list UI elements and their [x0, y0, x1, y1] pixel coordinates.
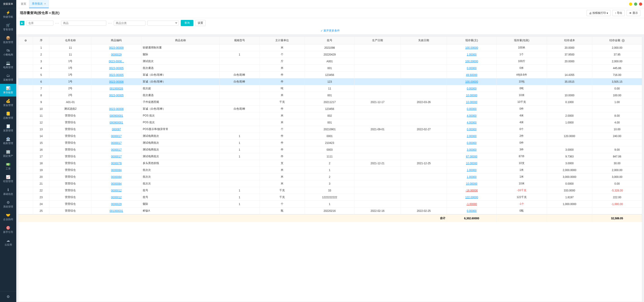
- table-row: 15 营营综仓 0000017 测试电商批次 1 件 210423 0.0000…: [18, 139, 642, 146]
- category-select[interactable]: [147, 21, 179, 26]
- table-row: 24 营营综仓 0000029 鬓际 1 个 1 -1.00000 -1个 1,…: [18, 201, 642, 208]
- tab-home[interactable]: 首页: [18, 0, 29, 8]
- row-qty-main: 3.00000: [447, 146, 496, 153]
- sidebar-item-guide[interactable]: 🎯 新手引导: [0, 223, 16, 236]
- sidebar-item-cloud[interactable]: ☁ 云应用: [0, 236, 16, 249]
- sidebar-item-quick-nav[interactable]: ⚡ 快捷导航: [0, 8, 16, 21]
- sidebar-item-system[interactable]: ⚙ 系统管理: [0, 198, 16, 211]
- sidebar-item-salary[interactable]: 💵 工资: [0, 160, 16, 173]
- row-cost: 2,000.0000: [547, 167, 592, 174]
- inventory-table: ⚙ 序 仓库名称 商品编码 商品名称 规格型号 主计量单位 批号 生产日期 失效…: [18, 37, 642, 222]
- row-produce-date: [354, 106, 400, 112]
- display-icon: 👁: [629, 12, 632, 15]
- sidebar-item-basic-info[interactable]: ℹ 基础信息: [0, 185, 16, 198]
- sidebar-item-tax[interactable]: 🏦 税务管理: [0, 134, 16, 147]
- row-expire-date: [400, 201, 447, 208]
- row-settings: [18, 51, 33, 58]
- category-input[interactable]: [114, 21, 146, 26]
- export-icon: ↑: [615, 12, 616, 15]
- sidebar-item-xiaoe[interactable]: 🛍 小鹅电商: [0, 46, 16, 59]
- sidebar-logo[interactable]: 搜索菜单: [0, 0, 16, 8]
- export-button[interactable]: ↑ 导出: [612, 10, 625, 16]
- search-label: 查询: [184, 21, 190, 25]
- sidebar-item-retail[interactable]: 🛒 零售管理: [0, 21, 16, 34]
- settings-bottom-icon[interactable]: ⚙: [5, 293, 11, 300]
- row-produce-date: [354, 153, 400, 160]
- settings-button[interactable]: 设置: [195, 20, 206, 26]
- row-spec: 1: [220, 51, 260, 58]
- display-button[interactable]: 👁 显示: [626, 10, 640, 16]
- sidebar-item-purchase[interactable]: 🗂 采购管理: [0, 71, 16, 84]
- tab-inventory-batch[interactable]: 库存批次 ✕: [29, 0, 49, 8]
- row-spec: [220, 167, 260, 174]
- row-qty-store: 0件: [496, 139, 547, 146]
- row-batch: 20210901: [305, 126, 354, 133]
- row-produce-date: 2021-12-17: [354, 99, 400, 106]
- sidebar-item-enterprise[interactable]: 🤝 企业协同: [0, 211, 16, 223]
- row-qty-store: 0米: [496, 65, 547, 72]
- product-filter-group: [61, 21, 106, 26]
- col-warehouse: 仓库名称: [49, 37, 92, 44]
- sidebar-item-operation[interactable]: 📈 经营管理: [0, 173, 16, 185]
- sidebar-item-label: 快捷导航: [3, 15, 13, 19]
- row-seq: 25: [33, 208, 49, 215]
- row-cost: 3.0000: [547, 146, 592, 153]
- sidebar-item-label: 基础信息: [3, 192, 13, 196]
- search-button[interactable]: 查询: [181, 20, 194, 26]
- row-warehouse: 营营综仓: [49, 180, 92, 187]
- row-name: 批次遴选: [142, 92, 220, 99]
- row-produce-date: [354, 167, 400, 174]
- sidebar-item-invoice[interactable]: 🧾 发票管理: [0, 122, 16, 134]
- row-batch: 001: [305, 119, 354, 126]
- row-cost: [547, 85, 592, 92]
- row-qty-store: -1个: [496, 201, 547, 208]
- expand-arrow[interactable]: ▶: [20, 21, 24, 25]
- row-batch: 1222222222: [305, 194, 354, 201]
- close-button[interactable]: [639, 3, 642, 6]
- product-input[interactable]: [61, 21, 106, 26]
- expand-conditions-button[interactable]: ✓ 展开更多条件: [320, 29, 340, 33]
- row-cost: [547, 208, 592, 215]
- row-qty-store: 2件: [496, 133, 547, 139]
- ecommerce-icon: 💻: [6, 61, 10, 65]
- row-warehouse: 11: [49, 44, 92, 51]
- row-spec: 白色/彩棒: [220, 106, 260, 112]
- row-qty-main: 0.00000: [447, 139, 496, 146]
- sidebar-item-finance[interactable]: 💰 资金管理: [0, 96, 16, 109]
- tab-close-icon[interactable]: ✕: [44, 3, 46, 5]
- row-unit: 米: [260, 167, 305, 174]
- row-seq: 1: [33, 44, 49, 51]
- sidebar-item-label: 云应用: [4, 243, 12, 246]
- warehouse-input[interactable]: [26, 21, 54, 26]
- row-name: 测试电商批次: [142, 133, 220, 139]
- row-code: 0023-00009: [92, 44, 142, 51]
- row-expire-date: [400, 92, 447, 99]
- maximize-button[interactable]: [634, 3, 637, 6]
- row-seq: 5: [33, 72, 49, 78]
- row-unit: 米: [260, 112, 305, 119]
- row-code: 0000017: [92, 139, 142, 146]
- row-qty-main: 4.00000: [447, 112, 496, 119]
- row-qty-main: -1.00000: [447, 201, 496, 208]
- row-expire-date: [400, 51, 447, 58]
- row-expire-date: [400, 180, 447, 187]
- window-controls: [629, 3, 642, 6]
- sidebar-item-ecommerce[interactable]: 💻 电商管理: [0, 59, 16, 71]
- sidebar-item-wholesale[interactable]: 📦 批发管理: [0, 34, 16, 46]
- col-cost: 结存成本: [547, 37, 592, 44]
- row-cost: 333.0000: [547, 187, 592, 194]
- row-cost: 35.0515: [547, 78, 592, 85]
- minimize-button[interactable]: [629, 3, 632, 6]
- row-batch: 3: [305, 180, 354, 187]
- row-expire-date: [400, 194, 447, 201]
- print-button[interactable]: 🖨 按模板打印 ▾: [586, 10, 610, 16]
- row-name: 批次遴选: [142, 65, 220, 72]
- row-expire-date: [400, 78, 447, 85]
- row-cost: 1,000.0000: [547, 201, 592, 208]
- sidebar-item-assets[interactable]: 🏢 固定资产: [0, 147, 16, 160]
- row-warehouse: 营营综仓: [49, 201, 92, 208]
- sidebar-item-inventory[interactable]: 📊 库存核查: [0, 84, 16, 96]
- row-cost: 10.0000: [547, 92, 592, 99]
- row-expire-date: [400, 106, 447, 112]
- sidebar-item-ledger[interactable]: 📒 总账管理: [0, 109, 16, 122]
